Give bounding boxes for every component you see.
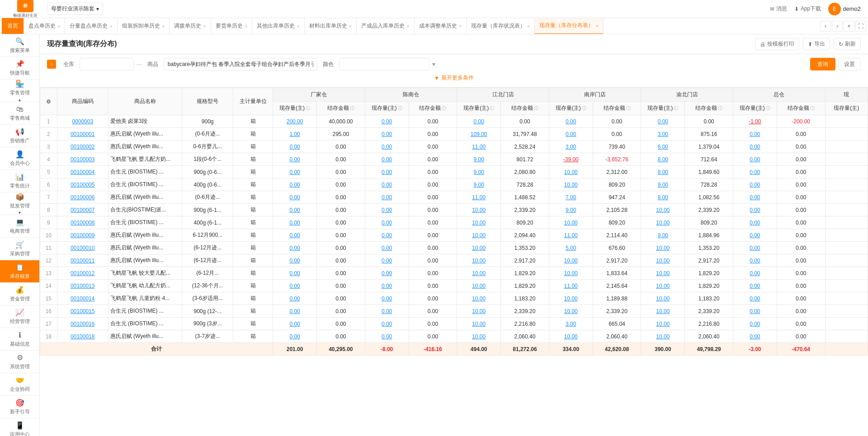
- row-nanan-cur[interactable]: 10.00: [549, 330, 593, 343]
- row-factory-cur[interactable]: 0.00: [273, 216, 317, 229]
- row-factory-cur[interactable]: 0.00: [273, 178, 317, 191]
- row-code[interactable]: 00100003: [57, 153, 108, 166]
- sidebar-item-apps[interactable]: 📱 应用中心: [0, 418, 39, 436]
- row-factory-cur[interactable]: 0.00: [273, 141, 317, 153]
- color-dropdown-icon[interactable]: ▾: [432, 61, 435, 68]
- product-input[interactable]: [164, 58, 317, 70]
- nanan-amt-info-icon[interactable]: ⓘ: [626, 106, 631, 111]
- row-code[interactable]: 00100007: [57, 204, 108, 216]
- expand-search-btn[interactable]: ›: [47, 60, 56, 69]
- row-code[interactable]: 00100002: [57, 141, 108, 153]
- tab-3-close[interactable]: ×: [162, 23, 165, 29]
- row-total-cur[interactable]: -1.00: [733, 115, 777, 128]
- row-total-cur[interactable]: 0.00: [733, 229, 777, 242]
- row-total-cur[interactable]: 0.00: [733, 280, 777, 292]
- row-yubei-cur[interactable]: 10.00: [641, 330, 685, 343]
- tab-8[interactable]: 产成品入库单历史 ×: [357, 18, 414, 34]
- factory-cur-info-icon[interactable]: ⓘ: [306, 106, 310, 111]
- yubei-amt-info-icon[interactable]: ⓘ: [718, 106, 722, 111]
- tab-next-btn[interactable]: ›: [832, 21, 843, 32]
- row-yubei-cur[interactable]: 9.00: [641, 178, 685, 191]
- row-total-cur[interactable]: 0.00: [733, 178, 777, 191]
- tab-2[interactable]: 分量盘点单历史 ×: [65, 18, 117, 34]
- row-chennan-cur[interactable]: 0.00: [365, 191, 409, 204]
- row-yubei-cur[interactable]: 8.00: [641, 166, 685, 178]
- row-jiangbei-cur[interactable]: 10.00: [457, 318, 501, 330]
- sidebar-item-search[interactable]: 🔍 搜索英单: [0, 34, 39, 57]
- row-jiangbei-cur[interactable]: 10.00: [457, 280, 501, 292]
- row-chennan-cur[interactable]: 0.00: [365, 254, 409, 267]
- warehouse-input[interactable]: [80, 58, 134, 70]
- row-total-cur[interactable]: 0.00: [733, 292, 777, 305]
- tab-close-all-btn[interactable]: ×: [844, 21, 854, 32]
- row-total-cur[interactable]: 0.00: [733, 141, 777, 153]
- sidebar-item-member[interactable]: 👤 会员中心: [0, 147, 39, 170]
- row-jiangbei-cur[interactable]: 10.00: [457, 216, 501, 229]
- row-total-cur[interactable]: 0.00: [733, 318, 777, 330]
- row-total-cur[interactable]: 0.00: [733, 153, 777, 166]
- settings-button[interactable]: 设置: [838, 58, 861, 70]
- row-code[interactable]: 00100001: [57, 128, 108, 141]
- tab-4[interactable]: 调拨单历史 ×: [170, 18, 211, 34]
- row-nanan-cur[interactable]: 11.00: [549, 280, 593, 292]
- row-jiangbei-cur[interactable]: 11.00: [457, 191, 501, 204]
- total-cur-info-icon[interactable]: ⓘ: [766, 106, 770, 111]
- row-factory-cur[interactable]: 0.00: [273, 267, 317, 280]
- tab-1[interactable]: 盘点单历史 ×: [24, 18, 65, 34]
- row-nanan-cur[interactable]: 0.00: [549, 128, 593, 141]
- row-jiangbei-cur[interactable]: 10.00: [457, 330, 501, 343]
- row-code[interactable]: 00100005: [57, 178, 108, 191]
- tab-11-close[interactable]: ×: [595, 23, 598, 28]
- row-total-cur[interactable]: 0.00: [733, 242, 777, 254]
- sidebar-item-wholesale[interactable]: 📦 批发管理 ▼: [0, 192, 39, 215]
- tab-7-close[interactable]: ×: [349, 23, 352, 29]
- row-jiangbei-cur[interactable]: 9.00: [457, 153, 501, 166]
- row-jiangbei-cur[interactable]: 10.00: [457, 292, 501, 305]
- tab-6[interactable]: 其他出库单历史 ×: [252, 18, 304, 34]
- row-yubei-cur[interactable]: 0.00: [641, 115, 685, 128]
- row-factory-cur[interactable]: 0.00: [273, 242, 317, 254]
- sidebar-item-retail-mgmt[interactable]: 🏪 零售管理 ▲: [0, 80, 39, 102]
- row-factory-cur[interactable]: 0.00: [273, 280, 317, 292]
- row-yubei-cur[interactable]: 8.00: [641, 153, 685, 166]
- row-jiangbei-cur[interactable]: 109.00: [457, 128, 501, 141]
- total-amt-info-icon[interactable]: ⓘ: [810, 106, 815, 111]
- row-factory-cur[interactable]: 0.00: [273, 305, 317, 318]
- row-nanan-cur[interactable]: 3.00: [549, 318, 593, 330]
- sidebar-item-collab[interactable]: 🤝 企业协同: [0, 373, 39, 396]
- row-factory-cur[interactable]: 0.00: [273, 330, 317, 343]
- tab-11[interactable]: 现存量（库存分布表） ×: [535, 18, 603, 34]
- row-nanan-cur[interactable]: 10.00: [549, 166, 593, 178]
- row-yubei-cur[interactable]: 10.00: [641, 242, 685, 254]
- row-chennan-cur[interactable]: 0.00: [365, 280, 409, 292]
- row-code[interactable]: 0000003: [57, 115, 108, 128]
- row-jiangbei-cur[interactable]: 10.00: [457, 229, 501, 242]
- row-yubei-cur[interactable]: 10.00: [641, 280, 685, 292]
- sidebar-item-operations[interactable]: 📈 经营管理: [0, 305, 39, 328]
- sidebar-item-system[interactable]: ⚙ 系统管理: [0, 351, 39, 373]
- tab-6-close[interactable]: ×: [297, 23, 299, 29]
- tab-prev-btn[interactable]: ‹: [820, 21, 831, 32]
- row-factory-cur[interactable]: 0.00: [273, 204, 317, 216]
- row-nanan-cur[interactable]: -39.00: [549, 153, 593, 166]
- tab-9-close[interactable]: ×: [459, 23, 462, 29]
- yubei-cur-info-icon[interactable]: ⓘ: [674, 106, 678, 111]
- row-code[interactable]: 00100018: [57, 330, 108, 343]
- jiangbei-cur-info-icon[interactable]: ⓘ: [490, 106, 494, 111]
- row-factory-cur[interactable]: 1.00: [273, 128, 317, 141]
- row-factory-cur[interactable]: 0.00: [273, 153, 317, 166]
- row-jiangbei-cur[interactable]: 9.00: [457, 178, 501, 191]
- row-factory-cur[interactable]: 0.00: [273, 229, 317, 242]
- sidebar-item-shop[interactable]: 🛍 零售商城: [0, 102, 39, 125]
- row-total-cur[interactable]: 0.00: [733, 267, 777, 280]
- row-yubei-cur[interactable]: 10.00: [641, 254, 685, 267]
- row-code[interactable]: 00100012: [57, 267, 108, 280]
- row-chennan-cur[interactable]: 0.00: [365, 242, 409, 254]
- tab-10[interactable]: 现存量（库存状况表） ×: [467, 18, 535, 34]
- row-yubei-cur[interactable]: 6.00: [641, 141, 685, 153]
- company-selector[interactable]: 母婴行业演示陈套 ▾: [47, 3, 103, 15]
- row-chennan-cur[interactable]: 0.00: [365, 216, 409, 229]
- row-yubei-cur[interactable]: 9.00: [641, 229, 685, 242]
- sidebar-item-finance[interactable]: 💰 资金管理: [0, 283, 39, 305]
- row-nanan-cur[interactable]: 9.00: [549, 204, 593, 216]
